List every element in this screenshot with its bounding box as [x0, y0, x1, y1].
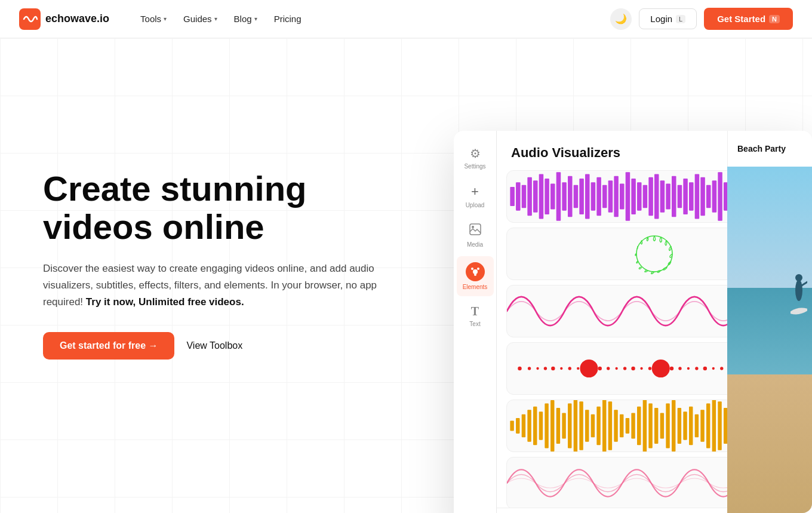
svg-rect-98: [562, 413, 565, 439]
login-kbd: L: [676, 15, 685, 23]
svg-point-2: [472, 226, 474, 228]
svg-rect-26: [620, 184, 625, 210]
nav-pricing[interactable]: Pricing: [267, 9, 309, 29]
svg-point-78: [712, 367, 715, 370]
svg-rect-37: [683, 179, 688, 214]
get-started-nav-button[interactable]: Get Started N: [704, 8, 793, 30]
hero-subtitle: Discover the easiest way to create engag…: [43, 260, 389, 311]
login-label: Login: [650, 14, 672, 24]
svg-point-70: [640, 367, 642, 370]
beach-bg: [727, 167, 812, 513]
svg-rect-30: [643, 185, 648, 208]
svg-rect-90: [516, 418, 519, 434]
nav-right: 🌙 Login L Get Started N: [610, 8, 793, 30]
svg-point-142: [795, 274, 802, 281]
svg-rect-100: [574, 400, 577, 451]
svg-rect-8: [516, 182, 521, 210]
svg-rect-117: [672, 400, 675, 451]
settings-icon: ⚙: [470, 146, 481, 161]
svg-rect-41: [706, 185, 711, 208]
svg-point-79: [720, 367, 723, 370]
svg-point-4: [471, 268, 473, 270]
svg-rect-9: [522, 185, 527, 208]
svg-point-67: [615, 367, 617, 370]
svg-rect-35: [672, 176, 676, 217]
svg-point-56: [518, 367, 521, 370]
svg-rect-27: [626, 172, 630, 221]
svg-point-5: [477, 268, 479, 270]
dark-mode-toggle[interactable]: 🌙: [610, 8, 632, 30]
svg-rect-43: [718, 172, 722, 221]
elements-circle-icon: [466, 262, 485, 281]
get-started-hero-button[interactable]: Get started for free →: [43, 332, 174, 360]
tools-chevron: ▾: [164, 16, 167, 22]
svg-point-73: [670, 367, 673, 370]
svg-rect-18: [574, 185, 579, 208]
nav-blog[interactable]: Blog ▾: [227, 9, 264, 29]
svg-rect-109: [626, 418, 629, 434]
svg-rect-31: [648, 177, 653, 216]
logo-text: echowave.io: [45, 13, 109, 25]
sidebar-item-upload[interactable]: + Upload: [457, 178, 494, 214]
svg-rect-123: [706, 403, 710, 448]
svg-rect-14: [550, 184, 555, 210]
svg-rect-20: [585, 174, 590, 219]
hero-section: Create stunning videos online Discover t…: [0, 38, 812, 513]
svg-rect-40: [700, 177, 705, 216]
media-label: Media: [467, 241, 483, 248]
guides-chevron: ▾: [214, 16, 217, 22]
svg-point-66: [607, 367, 610, 370]
logo-link[interactable]: echowave.io: [19, 8, 109, 30]
svg-point-63: [577, 367, 579, 370]
sidebar-item-media[interactable]: Media: [457, 217, 494, 254]
blog-label: Blog: [234, 14, 252, 24]
svg-rect-124: [712, 400, 716, 451]
sidebar-item-text[interactable]: T Text: [457, 299, 494, 333]
svg-point-60: [551, 367, 555, 370]
svg-rect-119: [683, 411, 687, 440]
svg-point-6: [474, 274, 476, 276]
svg-rect-13: [545, 179, 549, 214]
svg-point-72: [652, 360, 670, 377]
svg-rect-103: [591, 414, 595, 438]
sidebar-item-elements[interactable]: Elements: [457, 256, 494, 296]
hero-cta-bold: Try it now, Unlimited free videos.: [86, 296, 244, 308]
svg-rect-118: [678, 408, 681, 444]
get-started-nav-label: Get Started: [717, 14, 765, 24]
media-icon: [469, 223, 482, 239]
svg-rect-99: [568, 403, 571, 448]
nav-guides[interactable]: Guides ▾: [176, 9, 224, 29]
nav-tools[interactable]: Tools ▾: [133, 9, 174, 29]
svg-rect-21: [591, 182, 596, 210]
svg-point-69: [631, 367, 635, 370]
svg-point-62: [568, 367, 571, 370]
svg-rect-116: [666, 403, 669, 448]
svg-rect-32: [654, 174, 659, 219]
view-toolbox-button[interactable]: View Toolbox: [186, 340, 242, 351]
svg-rect-108: [620, 414, 623, 438]
upload-label: Upload: [466, 202, 485, 208]
svg-rect-93: [533, 407, 537, 445]
tools-label: Tools: [140, 14, 161, 24]
svg-rect-104: [596, 407, 600, 445]
svg-rect-106: [608, 401, 612, 450]
hero-title: Create stunning videos online: [43, 170, 389, 246]
sidebar-item-settings[interactable]: ⚙ Settings: [457, 140, 494, 176]
svg-rect-22: [596, 177, 601, 216]
svg-rect-36: [678, 185, 682, 208]
svg-rect-105: [602, 400, 606, 451]
beach-preview-image: [727, 167, 812, 513]
svg-point-57: [528, 367, 531, 370]
svg-rect-121: [695, 414, 699, 438]
svg-rect-19: [579, 179, 584, 214]
svg-point-71: [648, 367, 651, 370]
svg-rect-125: [718, 401, 721, 450]
preview-header: Beach Party: [727, 131, 812, 167]
svg-rect-23: [602, 185, 607, 208]
svg-point-75: [687, 367, 690, 370]
svg-point-3: [473, 269, 478, 274]
text-icon: T: [471, 305, 479, 318]
login-button[interactable]: Login L: [639, 8, 697, 29]
guides-label: Guides: [183, 14, 212, 24]
svg-rect-94: [539, 411, 543, 440]
